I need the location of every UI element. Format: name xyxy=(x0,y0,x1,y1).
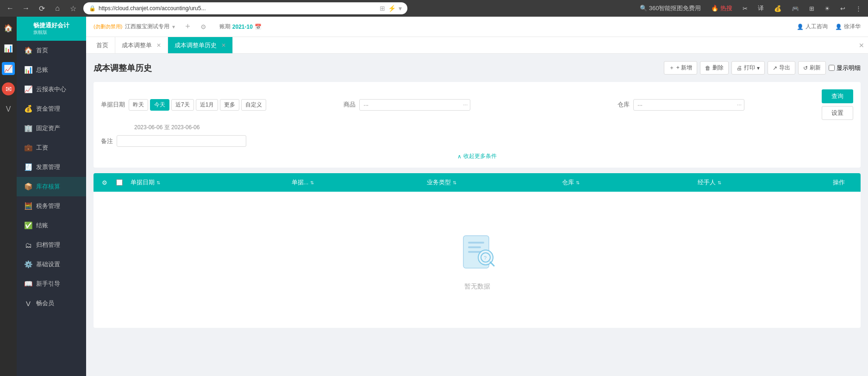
add-button[interactable]: ＋ + 新增 xyxy=(664,61,697,75)
icon-sidebar-item-3[interactable]: 📈 xyxy=(2,62,15,75)
period-info: 账期 2021-10 📅 xyxy=(219,23,262,31)
account-dropdown-icon[interactable]: ▾ xyxy=(172,24,175,30)
icon-sidebar-item-1[interactable]: 🏠 xyxy=(2,21,15,34)
goods-input[interactable] xyxy=(359,99,470,111)
extensions-icon[interactable]: ⊞ xyxy=(380,5,385,12)
user-button[interactable]: 👤 徐泽华 xyxy=(835,23,861,31)
wallet-tool[interactable]: 💰 xyxy=(771,4,784,13)
th-date[interactable]: 单据日期 ⇅ xyxy=(127,178,288,187)
th-warehouse[interactable]: 仓库 ⇅ xyxy=(558,178,693,187)
add-account-button[interactable]: + xyxy=(181,19,195,34)
tab-close-cost-adjust[interactable]: ✕ xyxy=(156,42,161,49)
nav-item-checkout[interactable]: ✅ 结账 xyxy=(17,216,86,235)
select-all-checkbox[interactable] xyxy=(116,179,123,186)
warehouse-input[interactable] xyxy=(633,99,744,111)
nav-item-archive[interactable]: 🗂 归档管理 xyxy=(17,235,86,255)
th-settings[interactable]: ⚙ xyxy=(97,179,112,186)
filter-row-1: 单据日期 昨天 今天 近7天 近1月 xyxy=(101,89,853,120)
fund-icon: 💰 xyxy=(24,105,32,113)
account-selector[interactable]: (勿删勿禁用) 江西服宝测试专用 ▾ xyxy=(94,23,175,31)
nav-item-tax[interactable]: 🧮 税务管理 xyxy=(17,196,86,216)
url-text: https://cloud.chanjet.com/accounting/uru… xyxy=(99,5,377,12)
display-tool[interactable]: ☀ xyxy=(822,4,833,13)
scissors-tool[interactable]: ✂ xyxy=(740,4,750,13)
tab-close-cost-adjust-history[interactable]: ✕ xyxy=(221,42,226,49)
settings-gear-icon[interactable]: ⚙ xyxy=(200,23,206,31)
date-buttons: 昨天 今天 近7天 近1月 更多 xyxy=(129,99,266,111)
browser-nav-buttons: ← → ⟳ ⌂ ☆ xyxy=(4,2,80,15)
vip-icon: V xyxy=(24,300,32,307)
collapse-button[interactable]: ∧ 收起更多条件 xyxy=(457,152,497,160)
warehouse-select-wrapper xyxy=(633,99,744,111)
more-tool[interactable]: ⋮ xyxy=(853,4,864,13)
cloud-report-icon: 📈 xyxy=(24,85,32,94)
forward-button[interactable]: → xyxy=(19,2,32,15)
icon-sidebar-item-5[interactable]: V xyxy=(2,103,15,116)
translate-tool[interactable]: 译 xyxy=(755,3,767,13)
address-bar[interactable]: 🔒 https://cloud.chanjet.com/accounting/u… xyxy=(83,2,407,14)
lock-icon: 🔒 xyxy=(89,5,96,12)
nav-item-fixed-assets[interactable]: 🏢 固定资产 xyxy=(17,119,86,138)
date-btn-today[interactable]: 今天 xyxy=(150,99,169,111)
show-detail-checkbox[interactable] xyxy=(829,65,835,71)
nav-item-guide[interactable]: 📖 新手引导 xyxy=(17,274,86,294)
sort-operator-icon: ⇅ xyxy=(718,180,721,185)
icon-sidebar-item-2[interactable]: 📊 xyxy=(2,42,15,55)
svg-rect-1 xyxy=(468,242,484,244)
search-tool[interactable]: 🔍 360智能抠图免费用 xyxy=(637,3,704,13)
nav-item-payroll[interactable]: 💼 工资 xyxy=(17,138,86,157)
refresh-button[interactable]: ↺ 刷新 xyxy=(798,61,826,75)
delete-button[interactable]: 🗑 删除 xyxy=(700,61,729,75)
th-type[interactable]: 业务类型 ⇅ xyxy=(423,178,558,187)
service-icon: 👤 xyxy=(797,24,804,30)
tab-cost-adjust[interactable]: 成本调整单 ✕ xyxy=(115,37,168,53)
nav-item-ledger[interactable]: 📊 总账 xyxy=(17,60,86,80)
print-button[interactable]: 🖨 打印 ▾ xyxy=(731,61,765,75)
home-button[interactable]: ⌂ xyxy=(51,2,64,15)
game-tool[interactable]: 🎮 xyxy=(789,4,802,13)
date-btn-1month[interactable]: 近1月 xyxy=(196,99,219,111)
logo-name: 畅捷通好会计 xyxy=(33,22,69,29)
bookmark-button[interactable]: ☆ xyxy=(67,2,80,15)
date-btn-more[interactable]: 更多 xyxy=(220,99,239,111)
hot-search-tool[interactable]: 🔥 热搜 xyxy=(708,3,735,13)
nav-item-settings[interactable]: ⚙️ 基础设置 xyxy=(17,255,86,274)
lightning-icon[interactable]: ⚡ xyxy=(388,5,396,12)
period-calendar-icon[interactable]: 📅 xyxy=(255,24,262,30)
filter-action-buttons: 查询 设置 xyxy=(822,89,853,120)
refresh-icon: ↺ xyxy=(803,65,808,71)
nav-item-cloud-report[interactable]: 📈 云报表中心 xyxy=(17,80,86,99)
goods-select-wrapper xyxy=(359,99,470,111)
query-button[interactable]: 查询 xyxy=(822,89,853,103)
invoice-icon: 🧾 xyxy=(24,163,32,171)
date-btn-7days[interactable]: 近7天 xyxy=(171,99,194,111)
icon-sidebar-item-4[interactable]: ✉ xyxy=(2,82,15,95)
reload-button[interactable]: ⟳ xyxy=(35,2,48,15)
nav-item-inventory[interactable]: 📦 库存核算 xyxy=(17,177,86,196)
nav-item-vip[interactable]: V 畅会员 xyxy=(17,294,86,313)
reset-button[interactable]: 设置 xyxy=(822,106,853,120)
export-button[interactable]: ↗ 导出 xyxy=(768,61,795,75)
grid-tool[interactable]: ⊞ xyxy=(806,4,817,13)
undo-tool[interactable]: ↩ xyxy=(837,4,848,13)
tab-cost-adjust-history[interactable]: 成本调整单历史 ✕ xyxy=(168,37,233,53)
remark-input[interactable] xyxy=(117,135,246,147)
tab-close-all-icon[interactable]: ✕ xyxy=(859,42,864,49)
date-btn-custom[interactable]: 自定义 xyxy=(241,99,266,111)
delete-icon: 🗑 xyxy=(705,65,711,71)
dropdown-icon[interactable]: ▾ xyxy=(399,5,402,12)
back-button[interactable]: ← xyxy=(4,2,17,15)
service-button[interactable]: 👤 人工咨询 xyxy=(797,23,828,31)
th-checkbox[interactable] xyxy=(112,179,127,186)
show-detail-label[interactable]: 显示明细 xyxy=(829,64,861,72)
th-operator[interactable]: 经手人 ⇅ xyxy=(694,178,829,187)
th-num[interactable]: 单据... ⇅ xyxy=(288,178,423,187)
nav-item-home[interactable]: 🏠 首页 xyxy=(17,41,86,60)
table-header: ⚙ 单据日期 ⇅ 单据... ⇅ 业务类型 ⇅ xyxy=(94,173,861,192)
date-btn-yesterday[interactable]: 昨天 xyxy=(129,99,148,111)
tab-home[interactable]: 首页 xyxy=(90,37,115,53)
nav-item-fund[interactable]: 💰 资金管理 xyxy=(17,99,86,119)
nav-item-invoice[interactable]: 🧾 发票管理 xyxy=(17,157,86,177)
empty-text: 暂无数据 xyxy=(464,282,490,291)
account-warning: (勿删勿禁用) xyxy=(94,23,122,30)
